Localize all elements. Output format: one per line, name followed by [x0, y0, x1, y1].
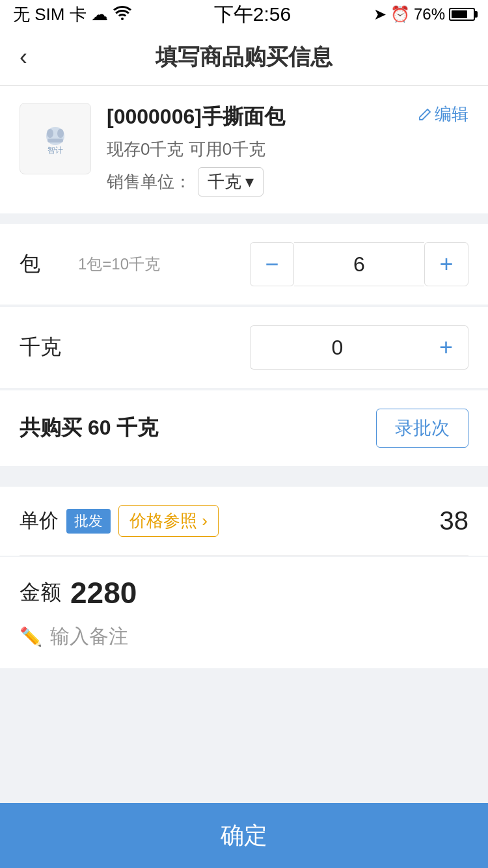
kg-qty-control: + [250, 325, 468, 370]
price-ref-button[interactable]: 价格参照 › [118, 505, 219, 537]
pack-input-section: 包 1包=10千克 − + [0, 224, 488, 305]
nav-bar: ‹ 填写商品购买信息 [0, 29, 488, 86]
pack-hint: 1包=10千克 [78, 254, 250, 275]
wifi-icon [113, 5, 131, 25]
price-section: 单价 批发 价格参照 › 38 [0, 487, 488, 556]
pack-qty-input[interactable] [294, 242, 424, 286]
sim-label: 无 SIM 卡 ☁ [13, 3, 108, 26]
price-tag: 批发 [66, 509, 111, 534]
total-text: 共购买 60 千克 [20, 414, 158, 442]
product-card: 智计 [0000006]手撕面包 现存0千克 可用0千克 销售单位： 千克 ▾ … [0, 86, 488, 213]
total-section: 共购买 60 千克 录批次 [0, 390, 488, 466]
page-title: 填写商品购买信息 [156, 42, 332, 72]
svg-rect-3 [47, 139, 63, 142]
amount-value: 2280 [70, 575, 137, 610]
location-icon: ➤ [373, 5, 386, 23]
confirm-label: 确定 [221, 820, 267, 852]
product-stock: 现存0千克 可用0千克 [107, 138, 402, 161]
kg-input-section: 千克 + [0, 307, 488, 388]
unit-select[interactable]: 千克 ▾ [198, 167, 264, 197]
pack-increment-button[interactable]: + [424, 242, 468, 286]
product-thumbnail: 智计 [20, 103, 91, 174]
back-button[interactable]: ‹ [20, 37, 34, 77]
kg-input-row: 千克 + [0, 307, 488, 388]
chevron-down-icon: ▾ [245, 172, 254, 192]
pack-qty-control: − + [250, 242, 468, 286]
amount-section: 金额 2280 ✏️ 输入备注 [0, 557, 488, 668]
price-label: 单价 [20, 508, 59, 534]
svg-point-2 [57, 129, 64, 138]
separator [0, 476, 488, 487]
battery-percent: 76% [414, 5, 445, 23]
price-value: 38 [440, 506, 469, 536]
status-right: ➤ ⏰ 76% [373, 5, 475, 23]
status-bar: 无 SIM 卡 ☁ 下午2:56 ➤ ⏰ 76% [0, 0, 488, 29]
battery-icon [449, 8, 475, 21]
pack-input-row: 包 1包=10千克 − + [0, 224, 488, 305]
pencil-icon: ✏️ [20, 626, 42, 647]
remark-placeholder: 输入备注 [50, 623, 128, 650]
amount-label: 金额 [20, 578, 61, 607]
svg-text:智计: 智计 [47, 146, 63, 155]
kg-label: 千克 [20, 333, 72, 362]
total-amount: 60 [88, 416, 111, 439]
status-left: 无 SIM 卡 ☁ [13, 3, 131, 26]
price-row: 单价 批发 价格参照 › 38 [20, 505, 468, 556]
pack-label: 包 [20, 250, 72, 278]
unit-label: 销售单位： [107, 170, 191, 193]
product-info: [0000006]手撕面包 现存0千克 可用0千克 销售单位： 千克 ▾ [107, 103, 402, 197]
amount-row: 金额 2280 [20, 575, 468, 610]
edit-button[interactable]: 编辑 [418, 103, 468, 126]
alarm-icon: ⏰ [390, 5, 410, 23]
kg-increment-button[interactable]: + [424, 325, 468, 370]
remark-row[interactable]: ✏️ 输入备注 [20, 623, 468, 650]
content-spacer [0, 668, 488, 803]
content-area: 智计 [0000006]手撕面包 现存0千克 可用0千克 销售单位： 千克 ▾ … [0, 86, 488, 803]
batch-button[interactable]: 录批次 [376, 409, 468, 448]
svg-point-1 [47, 129, 53, 138]
kg-qty-input[interactable] [250, 325, 424, 370]
status-time: 下午2:56 [214, 1, 291, 28]
product-name: [0000006]手撕面包 [107, 103, 402, 131]
product-unit: 销售单位： 千克 ▾ [107, 167, 402, 197]
confirm-button[interactable]: 确定 [0, 803, 488, 868]
pack-decrement-button[interactable]: − [250, 242, 294, 286]
